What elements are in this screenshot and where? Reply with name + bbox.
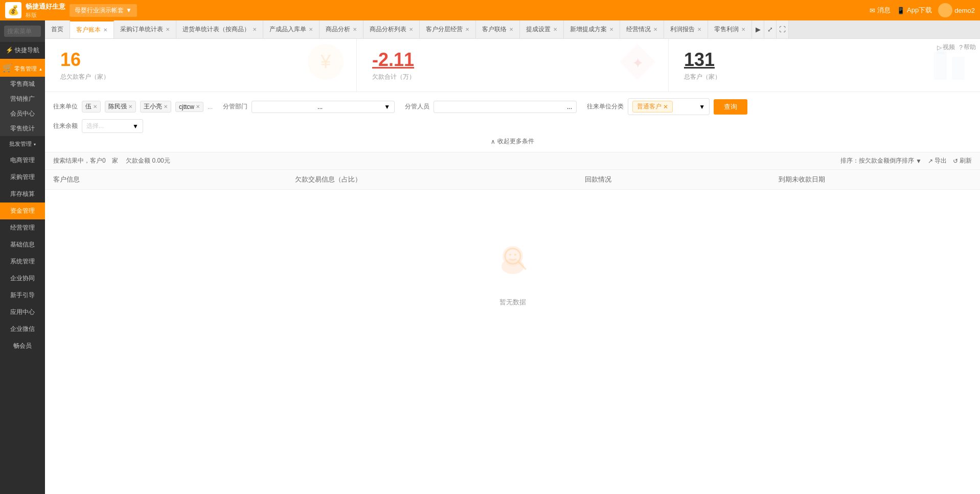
tab-inbound-stat[interactable]: 进货单统计表（按商品） ✕ <box>176 20 263 39</box>
collapse-button[interactable]: ∧ 收起更多条件 <box>53 137 972 146</box>
sidebar-item-operation[interactable]: 经营管理 <box>0 219 45 236</box>
remove-tag-cj[interactable]: ✕ <box>196 104 200 109</box>
diamond-icon: ✦ <box>617 41 658 89</box>
col-header-date: 到期未收款日期 <box>779 175 972 184</box>
tab-bar: 首页 客户账本 ✕ 采购订单统计表 ✕ 进货单统计表（按商品） ✕ 产成品入库单… <box>45 20 980 39</box>
query-button[interactable]: 查询 <box>714 99 747 115</box>
tab-close-product-analysis[interactable]: ✕ <box>353 27 357 32</box>
tab-customer-contact[interactable]: 客户联络 ✕ <box>476 20 520 39</box>
sidebar-item-basic[interactable]: 基础信息 <box>0 236 45 253</box>
result-count: 0 <box>102 157 106 164</box>
tab-new-promotion[interactable]: 新增提成方案 ✕ <box>564 20 620 39</box>
messages-btn[interactable]: ✉ 消息 <box>870 6 891 15</box>
top-bar: 💰 畅捷通好生意 标版 母婴行业演示帐套 ▼ ✉ 消息 📱 App下载 demo… <box>0 0 980 20</box>
tab-scroll-right[interactable]: ▶ <box>752 20 764 39</box>
sidebar-item-app-center[interactable]: 应用中心 <box>0 304 45 321</box>
category-tag-normal[interactable]: 普通客户 ✕ <box>632 101 673 113</box>
svg-rect-5 <box>952 57 965 80</box>
tab-customer-book[interactable]: 客户账本 ✕ <box>70 20 114 39</box>
filter-tag-wu[interactable]: 伍 ✕ <box>82 101 101 113</box>
logo-info: 畅捷通好生意 标版 <box>26 2 65 19</box>
result-info: 搜索结果中，客户0家 欠款金额 0.00元 <box>53 156 183 165</box>
tab-expand[interactable]: ⤢ <box>764 20 777 39</box>
remove-tag-wang[interactable]: ✕ <box>164 104 168 109</box>
sidebar-item-retail-stat[interactable]: 零售统计 <box>0 121 45 136</box>
search-input[interactable] <box>4 26 41 37</box>
tab-production[interactable]: 产成品入库单 ✕ <box>263 20 320 39</box>
filter-more-tags[interactable]: ... <box>208 103 213 110</box>
tab-close-promotion-settings[interactable]: ✕ <box>553 27 557 32</box>
sidebar-item-member[interactable]: 会员中心 <box>0 106 45 121</box>
tab-close-operation[interactable]: ✕ <box>653 27 657 32</box>
filter-tag-wang[interactable]: 王小亮 ✕ <box>140 101 171 113</box>
col-header-debt: 欠款交易信息（占比） <box>295 175 585 184</box>
coin-icon: ¥ <box>305 41 346 89</box>
building-icon <box>929 41 970 89</box>
logo-sub: 标版 <box>26 11 65 19</box>
remove-tag-chen[interactable]: ✕ <box>128 104 132 109</box>
sidebar-item-newbie[interactable]: 新手引导 <box>0 287 45 304</box>
sidebar-item-wechat[interactable]: 企业微信 <box>0 321 45 338</box>
tab-close-production[interactable]: ✕ <box>309 27 313 32</box>
remove-tag-wu[interactable]: ✕ <box>93 104 97 109</box>
balance-filter-label: 往来余额 <box>53 122 78 130</box>
balance-filter-input[interactable]: 选择... ▼ <box>82 119 143 133</box>
svg-point-12 <box>514 254 516 256</box>
sidebar-item-retail-mall[interactable]: 零售商城 <box>0 77 45 92</box>
sidebar-item-marketing[interactable]: 营销推广 <box>0 92 45 106</box>
svg-point-11 <box>509 254 511 256</box>
sidebar-item-quick-nav[interactable]: ⚡ 快捷导航 <box>0 42 45 59</box>
total-debtors-number: 16 <box>60 49 81 71</box>
tab-product-analysis[interactable]: 商品分析 ✕ <box>320 20 363 39</box>
col-header-repay: 回款情况 <box>585 175 778 184</box>
refresh-btn[interactable]: ↺ 刷新 <box>953 156 972 165</box>
total-debtors-label: 总欠款客户（家） <box>60 73 109 81</box>
tab-close-customer-book[interactable]: ✕ <box>103 27 107 33</box>
tab-product-analysis-list[interactable]: 商品分析列表 ✕ <box>363 20 420 39</box>
tab-close-customer-contact[interactable]: ✕ <box>509 27 513 32</box>
sidebar-item-system[interactable]: 系统管理 <box>0 253 45 270</box>
svg-text:✦: ✦ <box>632 55 644 71</box>
tab-home[interactable]: 首页 <box>45 20 70 39</box>
tab-fullscreen[interactable]: ⛶ <box>777 20 789 39</box>
sidebar-item-wholesale[interactable]: 批发管理 ▾ <box>0 136 45 152</box>
export-btn[interactable]: ↗ 导出 <box>928 156 947 165</box>
tab-close-retail-profit[interactable]: ✕ <box>741 27 745 32</box>
sort-selector[interactable]: 排序：按欠款金额倒序排序 ▼ <box>840 156 922 165</box>
app-download-btn[interactable]: 📱 App下载 <box>897 6 932 15</box>
tab-close-purchase-order[interactable]: ✕ <box>166 27 170 32</box>
tab-close-customer-tier[interactable]: ✕ <box>465 27 469 32</box>
sidebar-item-capital[interactable]: 资金管理 <box>0 203 45 219</box>
person-filter-input[interactable]: ... <box>434 101 577 113</box>
result-bar: 搜索结果中，客户0家 欠款金额 0.00元 排序：按欠款金额倒序排序 ▼ ↗ 导… <box>45 152 980 170</box>
tab-customer-tier[interactable]: 客户分层经营 ✕ <box>420 20 476 39</box>
empty-state: 暂无数据 <box>45 190 980 348</box>
logo-icon: 💰 <box>5 2 21 18</box>
tab-profit-report[interactable]: 利润报告 ✕ <box>664 20 708 39</box>
tab-operation-status[interactable]: 经营情况 ✕ <box>620 20 664 39</box>
category-filter-input[interactable]: 普通客户 ✕ ▼ <box>628 98 710 115</box>
sidebar-item-inventory[interactable]: 库存核算 <box>0 186 45 203</box>
dept-filter-input[interactable]: ... ▼ <box>252 101 395 113</box>
sidebar-item-ecommerce[interactable]: 电商管理 <box>0 152 45 169</box>
user-avatar[interactable]: demo2 <box>938 3 975 17</box>
tab-close-profit[interactable]: ✕ <box>697 27 701 32</box>
tab-retail-profit[interactable]: 零售利润 ✕ <box>708 20 752 39</box>
sidebar-item-purchase[interactable]: 采购管理 <box>0 169 45 186</box>
debt-total-label: 欠款合计（万） <box>372 73 415 81</box>
account-selector[interactable]: 母婴行业演示帐套 ▼ <box>70 4 137 17</box>
sidebar: ⚡ 快捷导航 🛒 零售管理 ▲ 零售商城 营销推广 会员中心 零售统计 批发管理… <box>0 20 45 494</box>
tab-promotion-settings[interactable]: 提成设置 ✕ <box>520 20 564 39</box>
logo-text: 畅捷通好生意 <box>26 2 65 11</box>
tab-close-inbound[interactable]: ✕ <box>253 27 257 32</box>
tab-close-new-promotion[interactable]: ✕ <box>609 27 613 32</box>
sidebar-item-enterprise[interactable]: 企业协同 <box>0 270 45 287</box>
sidebar-item-retail[interactable]: 🛒 零售管理 ▲ <box>0 59 45 77</box>
stat-total-debtors: ¥ 16 总欠款客户（家） <box>45 39 357 92</box>
remove-category[interactable]: ✕ <box>663 103 668 110</box>
filter-tag-cj[interactable]: cjttcw ✕ <box>175 102 203 112</box>
tab-close-product-analysis-list[interactable]: ✕ <box>409 27 413 32</box>
filter-tag-chen[interactable]: 陈民强 ✕ <box>105 101 136 113</box>
tab-purchase-order-stat[interactable]: 采购订单统计表 ✕ <box>114 20 176 39</box>
sidebar-item-vip[interactable]: 畅会员 <box>0 338 45 354</box>
